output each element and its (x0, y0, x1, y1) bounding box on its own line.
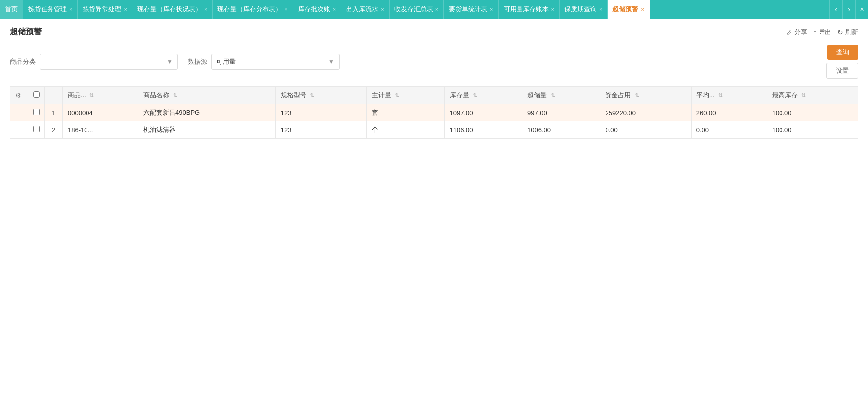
sort-icon-unit: ⇅ (395, 92, 399, 98)
th-product-code[interactable]: 商品... ⇅ (63, 87, 138, 104)
category-filter: 商品分类 ▼ (10, 54, 178, 70)
td-avg-0: 260.00 (691, 104, 767, 121)
page-header: 超储预警 ⬀ 分享 ↑ 导出 ↻ 刷新 (10, 27, 858, 37)
sort-icon-max-stock: ⇅ (801, 92, 806, 98)
select-all-checkbox[interactable] (33, 91, 40, 98)
td-name-1: 机油滤清器 (138, 121, 276, 139)
th-capital[interactable]: 资金占用 ⇅ (600, 87, 691, 104)
category-label: 商品分类 (10, 57, 36, 66)
th-avg[interactable]: 平均... ⇅ (691, 87, 767, 104)
sort-icon-stock: ⇅ (473, 92, 477, 98)
datasource-label: 数据源 (188, 57, 207, 66)
category-select[interactable]: ▼ (40, 54, 178, 70)
th-checkbox (28, 87, 45, 104)
close-tab-batch[interactable]: × (333, 6, 336, 12)
filter-actions: 查询 设置 (826, 45, 858, 79)
td-name-0: 六配套新昌490BPG (138, 104, 276, 121)
sort-icon-avg: ⇅ (718, 92, 723, 98)
td-unit-0: 套 (367, 104, 444, 121)
share-button[interactable]: ⬀ 分享 (786, 28, 807, 37)
settings-button[interactable]: 设置 (826, 63, 858, 79)
query-button[interactable]: 查询 (827, 45, 858, 60)
td-spec-1: 123 (275, 121, 366, 139)
refresh-button[interactable]: ↻ 刷新 (837, 28, 858, 37)
td-num-1: 2 (45, 121, 63, 139)
nav-tab-quality[interactable]: 保质期查询 × (560, 0, 608, 19)
export-button[interactable]: ↑ 导出 (813, 28, 831, 37)
row-checkbox-0[interactable] (33, 109, 40, 115)
close-tab-quality[interactable]: × (599, 6, 602, 12)
sort-icon-spec: ⇅ (310, 92, 314, 98)
td-spec-0: 123 (275, 104, 366, 121)
nav-tab-order-stat[interactable]: 要货单统计表 × (444, 0, 498, 19)
th-unit[interactable]: 主计量 ⇅ (367, 87, 444, 104)
td-checkbox-1[interactable] (28, 121, 45, 139)
td-avg-1: 0.00 (691, 121, 767, 139)
export-icon: ↑ (813, 28, 817, 36)
td-unit-1: 个 (367, 121, 444, 139)
th-overstock[interactable]: 超储量 ⇅ (522, 87, 600, 104)
nav-tab-collect-send[interactable]: 收发存汇总表 × (390, 0, 444, 19)
nav-next-button[interactable]: › (842, 0, 855, 19)
nav-close-button[interactable]: × (855, 0, 868, 19)
close-tab-abnormal[interactable]: × (124, 6, 127, 12)
td-overstock-0: 997.00 (522, 104, 600, 121)
nav-tab-overstock[interactable]: 超储预警 × (608, 0, 649, 19)
th-settings: ⚙ (10, 87, 28, 104)
td-settings-0 (10, 104, 28, 121)
close-tab-task-mgmt[interactable]: × (69, 6, 72, 12)
chevron-down-icon-2: ▼ (328, 58, 334, 65)
td-capital-0: 259220.00 (600, 104, 691, 121)
datasource-value: 可用量 (217, 57, 236, 66)
td-capital-1: 0.00 (600, 121, 691, 139)
th-stock[interactable]: 库存量 ⇅ (444, 87, 522, 104)
nav-tab-inventory-status[interactable]: 现存量（库存状况表） × (132, 0, 213, 19)
chevron-down-icon: ▼ (167, 58, 173, 65)
td-stock-0: 1097.00 (444, 104, 522, 121)
td-overstock-1: 1006.00 (522, 121, 600, 139)
sort-icon-capital: ⇅ (635, 92, 639, 98)
td-code-0: 0000004 (63, 104, 138, 121)
th-num (45, 87, 63, 104)
th-max-stock[interactable]: 最高库存 ⇅ (767, 87, 858, 104)
nav-prev-button[interactable]: ‹ (829, 0, 842, 19)
row-checkbox-1[interactable] (33, 126, 40, 132)
close-tab-inventory-status[interactable]: × (204, 6, 207, 12)
td-checkbox-0[interactable] (28, 104, 45, 121)
nav-tab-task-mgmt[interactable]: 拣货任务管理 × (23, 0, 78, 19)
sort-icon-code: ⇅ (89, 92, 94, 98)
close-tab-overstock[interactable]: × (641, 6, 644, 12)
close-tab-order-stat[interactable]: × (490, 6, 493, 12)
th-product-name[interactable]: 商品名称 ⇅ (138, 87, 276, 104)
nav-tab-available[interactable]: 可用量库存账本 × (499, 0, 560, 19)
close-tab-inout-flow[interactable]: × (381, 6, 384, 12)
header-actions: ⬀ 分享 ↑ 导出 ↻ 刷新 (786, 28, 858, 37)
td-code-1: 186-10... (63, 121, 138, 139)
close-tab-collect-send[interactable]: × (435, 6, 438, 12)
sort-icon-name: ⇅ (173, 92, 177, 98)
td-settings-1 (10, 121, 28, 139)
table-settings-icon[interactable]: ⚙ (15, 92, 21, 99)
nav-tab-batch[interactable]: 库存批次账 × (293, 0, 341, 19)
nav-tab-inout-flow[interactable]: 出入库流水 × (341, 0, 389, 19)
datasource-select[interactable]: 可用量 ▼ (211, 54, 340, 70)
nav-arrows: ‹ › × (829, 0, 868, 19)
table-row: 1 0000004 六配套新昌490BPG 123 套 1097.00 997.… (10, 104, 858, 121)
page-area: 超储预警 ⬀ 分享 ↑ 导出 ↻ 刷新 商品分类 ▼ 数据源 (0, 19, 868, 147)
close-tab-available[interactable]: × (551, 6, 554, 12)
refresh-icon: ↻ (837, 28, 843, 36)
top-nav: 首页 拣货任务管理 × 拣货异常处理 × 现存量（库存状况表） × 现存量（库存… (0, 0, 868, 19)
td-num-0: 1 (45, 104, 63, 121)
page-title: 超储预警 (10, 27, 42, 37)
share-icon: ⬀ (786, 28, 792, 36)
table-header-row: ⚙ 商品... ⇅ 商品名称 ⇅ 规格型号 ⇅ (10, 87, 858, 104)
td-stock-1: 1106.00 (444, 121, 522, 139)
close-tab-inventory-dist[interactable]: × (284, 6, 287, 12)
nav-tab-abnormal[interactable]: 拣货异常处理 × (78, 0, 132, 19)
table-row: 2 186-10... 机油滤清器 123 个 1106.00 1006.00 … (10, 121, 858, 139)
nav-tab-home[interactable]: 首页 (0, 0, 23, 19)
datasource-filter: 数据源 可用量 ▼ (188, 54, 340, 70)
filter-bar: 商品分类 ▼ 数据源 可用量 ▼ 查询 设置 (10, 45, 858, 79)
nav-tab-inventory-dist[interactable]: 现存量（库存分布表） × (213, 0, 293, 19)
th-spec[interactable]: 规格型号 ⇅ (275, 87, 366, 104)
